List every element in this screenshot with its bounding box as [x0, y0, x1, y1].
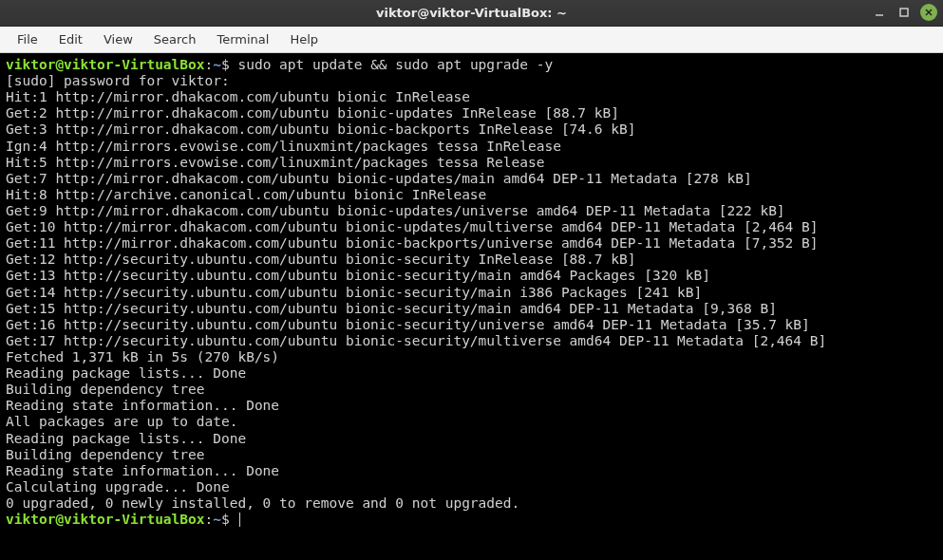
output-line: Get:15 http://security.ubuntu.com/ubuntu…: [6, 301, 937, 317]
window-controls: [871, 4, 937, 21]
menu-edit[interactable]: Edit: [49, 28, 92, 50]
prompt-line: viktor@viktor-VirtualBox:~$ sudo apt upd…: [6, 57, 937, 73]
menu-view[interactable]: View: [94, 28, 142, 50]
terminal-window: viktor@viktor-VirtualBox: ~ File Edit Vi…: [0, 0, 943, 560]
menu-search[interactable]: Search: [144, 28, 206, 50]
window-title: viktor@viktor-VirtualBox: ~: [376, 6, 567, 20]
cursor: [239, 513, 240, 527]
menu-terminal[interactable]: Terminal: [207, 28, 278, 50]
output-line: Get:10 http://mirror.dhakacom.com/ubuntu…: [6, 219, 937, 235]
output-line: Reading state information... Done: [6, 398, 937, 414]
output-line: Get:16 http://security.ubuntu.com/ubuntu…: [6, 317, 937, 333]
maximize-icon: [897, 6, 911, 19]
minimize-icon: [873, 6, 886, 19]
output-line: Building dependency tree: [6, 447, 937, 463]
prompt-symbol: $: [221, 512, 230, 527]
menubar: File Edit View Search Terminal Help: [0, 27, 943, 53]
prompt-user-host: viktor@viktor-VirtualBox: [6, 512, 205, 527]
output-line: Reading package lists... Done: [6, 431, 937, 447]
output-line: Get:12 http://security.ubuntu.com/ubuntu…: [6, 252, 937, 268]
terminal-content[interactable]: viktor@viktor-VirtualBox:~$ sudo apt upd…: [0, 53, 943, 560]
output-line: 0 upgraded, 0 newly installed, 0 to remo…: [6, 495, 937, 512]
output-line: Get:3 http://mirror.dhakacom.com/ubuntu …: [6, 121, 937, 138]
close-button[interactable]: [920, 4, 937, 21]
output-line: Reading package lists... Done: [6, 365, 937, 382]
prompt-separator: :: [205, 512, 214, 527]
menu-help[interactable]: Help: [280, 28, 328, 50]
output-line: Fetched 1,371 kB in 5s (270 kB/s): [6, 349, 937, 365]
command-text: sudo apt update && sudo apt upgrade -y: [237, 57, 553, 72]
svg-rect-1: [900, 9, 908, 16]
output-line: Calculating upgrade... Done: [6, 479, 937, 495]
output-line: Get:17 http://security.ubuntu.com/ubuntu…: [6, 333, 937, 349]
output-line: Hit:1 http://mirror.dhakacom.com/ubuntu …: [6, 89, 937, 105]
prompt-path: ~: [213, 512, 221, 527]
output-line: Get:11 http://mirror.dhakacom.com/ubuntu…: [6, 235, 937, 252]
output-line: Get:13 http://security.ubuntu.com/ubuntu…: [6, 268, 937, 284]
output-line: Hit:5 http://mirrors.evowise.com/linuxmi…: [6, 155, 937, 171]
output-line: [sudo] password for viktor:: [6, 73, 937, 89]
titlebar: viktor@viktor-VirtualBox: ~: [0, 0, 943, 27]
output-line: Get:9 http://mirror.dhakacom.com/ubuntu …: [6, 203, 937, 219]
prompt-symbol: $: [221, 57, 230, 72]
prompt-path: ~: [213, 57, 221, 72]
prompt-line-end: viktor@viktor-VirtualBox:~$: [6, 512, 937, 528]
terminal-output: [sudo] password for viktor:Hit:1 http://…: [6, 73, 937, 512]
close-icon: [924, 8, 934, 17]
output-line: Get:14 http://security.ubuntu.com/ubuntu…: [6, 285, 937, 301]
output-line: Reading state information... Done: [6, 463, 937, 479]
output-line: Hit:8 http://archive.canonical.com/ubunt…: [6, 187, 937, 203]
maximize-button[interactable]: [896, 4, 913, 21]
prompt-separator: :: [205, 57, 214, 72]
prompt-user-host: viktor@viktor-VirtualBox: [6, 57, 205, 72]
output-line: Ign:4 http://mirrors.evowise.com/linuxmi…: [6, 139, 937, 155]
output-line: Building dependency tree: [6, 382, 937, 398]
menu-file[interactable]: File: [8, 28, 47, 50]
output-line: All packages are up to date.: [6, 414, 937, 430]
output-line: Get:2 http://mirror.dhakacom.com/ubuntu …: [6, 105, 937, 121]
output-line: Get:7 http://mirror.dhakacom.com/ubuntu …: [6, 171, 937, 187]
minimize-button[interactable]: [871, 4, 888, 21]
